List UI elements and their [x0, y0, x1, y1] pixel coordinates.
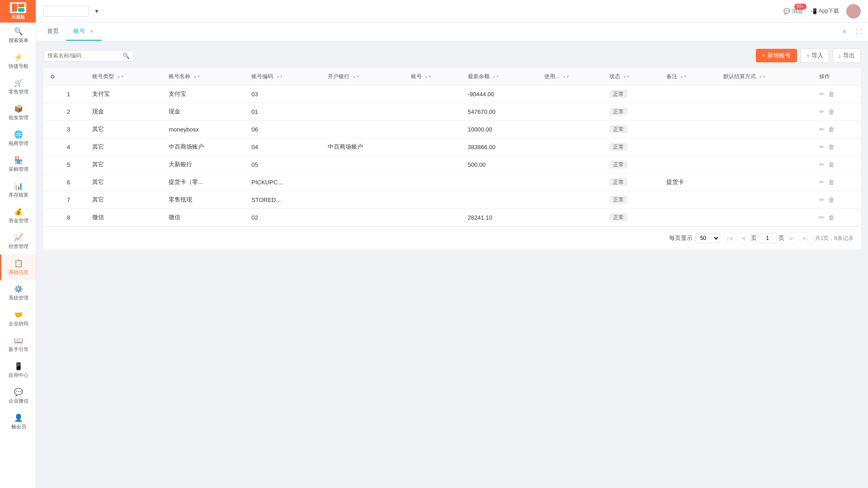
edit-button[interactable]: ✏: [819, 126, 825, 133]
tab-close-account[interactable]: ✕: [89, 28, 94, 35]
page-number-input[interactable]: [759, 233, 777, 243]
col-code-sort: ▲▼: [276, 75, 283, 79]
sidebar-item-search[interactable]: 🔍 搜索菜单: [0, 23, 36, 48]
row-settings: [43, 138, 61, 156]
app-download-button[interactable]: 📲 App下载: [810, 7, 839, 15]
svg-rect-1: [18, 4, 24, 7]
col-remark[interactable]: 备注 ▲▼: [661, 68, 718, 85]
edit-button[interactable]: ✏: [819, 143, 825, 150]
export-button[interactable]: ↓ 导出: [833, 48, 861, 63]
row-name: 支付宝: [163, 85, 246, 103]
row-account: [406, 174, 462, 191]
sidebar-item-system-label: 系统管理: [9, 295, 28, 301]
col-bank[interactable]: 开户银行 ▲▼: [322, 68, 405, 85]
col-type[interactable]: 账号类型 ▲▼: [87, 68, 163, 85]
col-usage[interactable]: 使用... ▲▼: [539, 68, 604, 85]
next-page-button[interactable]: ▶: [786, 232, 798, 244]
delete-button[interactable]: 🗑: [828, 214, 835, 221]
col-code-label: 账号编码: [251, 73, 273, 80]
import-button[interactable]: ↑ 导入: [801, 48, 829, 63]
col-balance[interactable]: 最新余额 ▲▼: [462, 68, 539, 85]
header-dropdown[interactable]: ▼: [94, 8, 99, 14]
edition-label: 乐惠版: [11, 14, 25, 20]
sidebar-item-finance[interactable]: 💰 资金管理: [0, 203, 36, 229]
search-icon[interactable]: 🔍: [123, 52, 130, 59]
tab-close-all-button[interactable]: ✕: [839, 26, 850, 37]
sidebar-item-app-center[interactable]: 📱 应用中心: [0, 357, 36, 383]
delete-button[interactable]: 🗑: [828, 108, 835, 115]
delete-button[interactable]: 🗑: [828, 90, 835, 98]
sidebar-item-purchase[interactable]: 🏪 采购管理: [0, 151, 36, 177]
sidebar-item-wholesale-label: 批发管理: [9, 114, 28, 121]
col-status-sort: ▲▼: [623, 75, 630, 79]
row-index: 4: [61, 138, 87, 156]
col-remark-label: 备注: [666, 73, 677, 80]
row-settings: [43, 103, 61, 121]
header-search-input[interactable]: [43, 6, 89, 17]
edit-button[interactable]: ✏: [819, 178, 825, 186]
pagination-size: 每页显示 50 20 100: [669, 233, 720, 243]
sidebar-item-guide[interactable]: 📖 新手引导: [0, 332, 36, 357]
col-code[interactable]: 账号编码 ▲▼: [246, 68, 322, 85]
sidebar-item-enterprise-wechat[interactable]: 💬 企业微信: [0, 383, 36, 409]
first-page-button[interactable]: |◀: [724, 232, 736, 244]
col-name[interactable]: 账号名称 ▲▼: [163, 68, 246, 85]
tab-maximize-button[interactable]: ⛶: [854, 26, 864, 37]
last-page-button[interactable]: ▶|: [800, 232, 811, 244]
row-name: 提货卡（零...: [163, 174, 246, 191]
delete-button[interactable]: 🗑: [828, 143, 835, 150]
tab-account[interactable]: 账号 ✕: [66, 23, 102, 41]
tab-home[interactable]: 首页: [40, 23, 66, 41]
search-nav-icon: 🔍: [14, 27, 23, 36]
export-icon: ↓: [839, 52, 842, 59]
row-bank: [322, 174, 405, 191]
col-settlement[interactable]: 默认结算方式 ▲▼: [718, 68, 814, 85]
delete-button[interactable]: 🗑: [828, 126, 835, 133]
account-table: ⚙ 账号类型 ▲▼ 账号名称 ▲▼ 账号编码 ▲▼: [43, 68, 861, 226]
user-avatar[interactable]: [846, 4, 861, 19]
settings-icon[interactable]: ⚙: [50, 74, 55, 80]
toolbar-right: + 新增账号 ↑ 导入 ↓ 导出: [756, 48, 861, 63]
prev-page-button[interactable]: ◀: [737, 232, 749, 244]
row-account: [406, 121, 462, 138]
row-bank: [322, 209, 405, 226]
col-bank-sort: ▲▼: [353, 75, 360, 79]
sidebar-item-wholesale[interactable]: 📦 批发管理: [0, 100, 36, 126]
row-action: ✏ 🗑: [814, 156, 861, 174]
delete-button[interactable]: 🗑: [828, 196, 835, 203]
guide-icon: 📖: [14, 336, 23, 345]
sidebar-item-shortcut-label: 快捷导航: [9, 63, 28, 70]
row-name: moneybosx: [163, 121, 246, 138]
sidebar-item-search-label: 搜索菜单: [9, 37, 28, 44]
account-search-input[interactable]: [47, 52, 120, 59]
sidebar-item-inventory[interactable]: 📊 库存核算: [0, 177, 36, 203]
message-button[interactable]: 💬 消息 99+: [783, 7, 803, 15]
sidebar-item-retail[interactable]: 🛒 零售管理: [0, 74, 36, 100]
enterprise-agreement-icon: 🤝: [14, 310, 23, 319]
row-remark: [661, 85, 718, 103]
edit-button[interactable]: ✏: [819, 108, 825, 115]
edit-button[interactable]: ✏: [819, 90, 825, 98]
col-account[interactable]: 账号 ▲▼: [406, 68, 462, 85]
row-status: 正常: [604, 103, 661, 121]
sidebar-item-basic[interactable]: 📋 基础信息: [0, 254, 36, 280]
table-row: 5 其它 大新银行 05 500.00 正常 ✏ 🗑: [43, 156, 861, 174]
sidebar-item-operation[interactable]: 📈 经营管理: [0, 229, 36, 254]
add-account-button[interactable]: + 新增账号: [756, 49, 797, 62]
row-settlement: [718, 174, 814, 191]
sidebar-item-shortcut[interactable]: ⚡ 快捷导航: [0, 48, 36, 74]
page-size-select[interactable]: 50 20 100: [695, 233, 720, 243]
col-status[interactable]: 状态 ▲▼: [604, 68, 661, 85]
row-usage: [539, 103, 604, 121]
sidebar-item-member[interactable]: 👤 畅会员: [0, 409, 36, 435]
edit-button[interactable]: ✏: [819, 161, 825, 168]
delete-button[interactable]: 🗑: [828, 161, 835, 168]
edit-button[interactable]: ✏: [819, 196, 825, 203]
delete-button[interactable]: 🗑: [828, 178, 835, 186]
sidebar-item-ecommerce[interactable]: 🌐 电商管理: [0, 126, 36, 151]
sidebar-item-system[interactable]: ⚙️ 系统管理: [0, 280, 36, 306]
app-center-icon: 📱: [14, 362, 23, 371]
edit-button[interactable]: ✏: [819, 214, 825, 221]
row-account: [406, 191, 462, 209]
sidebar-item-enterprise-agreement[interactable]: 🤝 企业协同: [0, 306, 36, 332]
